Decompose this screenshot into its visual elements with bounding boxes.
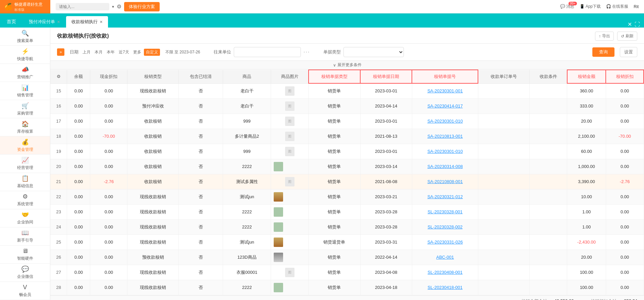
gear-icon[interactable]: ⚙ — [117, 3, 121, 10]
sidebar-label-10: 企业协同 — [17, 219, 33, 225]
sidebar-label-1: 快捷导航 — [17, 56, 33, 62]
date-this-month[interactable]: 本月 — [93, 49, 104, 56]
settings-button[interactable]: 设置 — [620, 47, 637, 57]
table-row: 210.00-2.76收款核销否测试多属性图销货单2021-08-08SA-20… — [50, 174, 644, 189]
cell-cancel_no[interactable]: SA-20230321-012 — [412, 189, 478, 204]
source-input[interactable] — [234, 47, 301, 57]
sidebar-item-14[interactable]: V畅会员 — [0, 282, 50, 300]
sidebar-item-5[interactable]: 🏠库存核算 — [0, 118, 50, 136]
cell-cancel_no[interactable]: SA-20230301-010 — [412, 114, 478, 129]
date-more[interactable]: 更多 — [132, 49, 143, 56]
refresh-button[interactable]: ↺ 刷新 — [617, 32, 637, 41]
filter-toggle-button[interactable]: » — [57, 48, 64, 56]
table-row: 200.000.00收款核销否2222销货单2023-03-14SA-20230… — [50, 159, 644, 174]
cell-cancel_type: 销货单 — [309, 83, 360, 98]
tab-close-icon[interactable]: ✕ — [628, 21, 632, 28]
table-row: 160.000.00预付冲应收否老白干图销货单2023-04-14SA-2023… — [50, 98, 644, 114]
cell-cancel_no[interactable]: ABC-001 — [412, 250, 478, 265]
online-service-link[interactable]: 🎧 在线客服 — [606, 4, 628, 9]
date-last-month[interactable]: 上月 — [81, 49, 92, 56]
cell-cancel_date: 2023-04-14 — [360, 98, 412, 114]
sidebar-label-8: 基础信息 — [17, 183, 33, 189]
cell-cancel_no[interactable]: SA-20230301-010 — [412, 144, 478, 159]
cell-cancel_no[interactable]: SA-20230331-026 — [412, 234, 478, 250]
cell-type: 现线收款核销 — [127, 83, 179, 98]
cell-goods: 123D商品 — [223, 250, 271, 265]
dropdown-icon[interactable]: ▾ — [112, 4, 114, 9]
expand-bar: ∨ 展开更多条件 — [50, 61, 644, 70]
sidebar-item-7[interactable]: 📈经营管理 — [0, 155, 50, 173]
sidebar-item-9[interactable]: ⚙系统管理 — [0, 191, 50, 209]
cell-settings: 25 — [50, 234, 67, 250]
cell-goods_img — [271, 159, 309, 174]
cell-cancel_type: 销货单 — [309, 204, 360, 219]
cell-cancel_amount: 2,100.00 — [567, 129, 606, 144]
date-custom[interactable]: 自定义 — [144, 49, 160, 56]
cell-cancel_amount: 60.00 — [567, 144, 606, 159]
data-table: ⚙余额现金折扣核销类型包含已结清商品商品图片核销单据类型核销单据日期核销单据号收… — [50, 70, 644, 295]
tab-home[interactable]: 首页 — [0, 16, 23, 28]
cell-included: 否 — [179, 159, 223, 174]
tab-receipt[interactable]: 收款核销执行 ✕ — [66, 16, 108, 28]
cell-cancel_no[interactable]: SA-20210808-001 — [412, 174, 478, 189]
message-badge[interactable]: 💬 消息 99+ — [560, 4, 574, 9]
cell-cash_discount: 0.00 — [90, 265, 127, 280]
cell-settings: 18 — [50, 129, 67, 144]
cell-cancel_no[interactable]: SA-20230414-017 — [412, 98, 478, 114]
sidebar-item-3[interactable]: 📊销售管理 — [0, 82, 50, 100]
cell-balance: 0.00 — [67, 189, 90, 204]
cell-receipt_no — [478, 144, 530, 159]
sidebar-item-11[interactable]: 📖新手引导 — [0, 227, 50, 246]
expand-conditions-button[interactable]: ∨ 展开更多条件 — [333, 62, 362, 68]
cell-cash_discount: 0.00 — [90, 204, 127, 219]
cell-goods_img: 图 — [271, 265, 309, 280]
date-this-year[interactable]: 本年 — [105, 49, 116, 56]
sidebar-item-13[interactable]: 💬企业微信 — [0, 264, 50, 282]
sidebar-icon-12: 🖥 — [22, 248, 28, 255]
sidebar-item-1[interactable]: ⚡快捷导航 — [0, 46, 50, 64]
cell-cancel_no[interactable]: SA-20230301-001 — [412, 83, 478, 98]
sidebar-item-6[interactable]: 💰资金管理 — [0, 136, 50, 155]
cell-cancel_no[interactable]: SA-20230314-008 — [412, 159, 478, 174]
app-download-link[interactable]: 📱 App下载 — [580, 4, 601, 9]
top-search-input[interactable] — [56, 3, 109, 10]
table-container[interactable]: ⚙余额现金折扣核销类型包含已结清商品商品图片核销单据类型核销单据日期核销单据号收… — [50, 70, 644, 300]
cell-cancel_no[interactable]: SL-20230328-001 — [412, 204, 478, 219]
cell-cancel_no[interactable]: SL-20230418-001 — [412, 280, 478, 295]
tab-close-receipt[interactable]: ✕ — [100, 20, 103, 24]
cell-cancel_discount: 0.00 — [606, 265, 644, 280]
tab-prepay[interactable]: 预付冲应付单 ✕ — [23, 16, 65, 28]
sidebar-item-8[interactable]: 📋基础信息 — [0, 173, 50, 191]
date-7days[interactable]: 近7天 — [117, 49, 130, 56]
sidebar-label-2: 营销推广 — [17, 74, 33, 80]
user-name[interactable]: Rit — [634, 4, 639, 9]
cell-receipt_cond — [530, 280, 567, 295]
tab-expand-icon[interactable]: ⛶ — [635, 22, 640, 28]
cell-cancel_no[interactable]: SA-20210813-001 — [412, 129, 478, 144]
sidebar-icon-10: 🤝 — [21, 211, 29, 218]
cell-included: 否 — [179, 98, 223, 114]
sidebar-item-2[interactable]: 📣营销推广 — [0, 64, 50, 82]
solution-button[interactable]: 体验行业方案 — [124, 2, 160, 11]
doc-type-select[interactable] — [343, 47, 404, 57]
cell-balance: 0.00 — [67, 129, 90, 144]
sidebar-item-12[interactable]: 🖥智能硬件 — [0, 246, 50, 264]
query-button[interactable]: 查询 — [592, 47, 614, 57]
cell-included: 否 — [179, 189, 223, 204]
cell-cancel_no[interactable]: SL-20230408-001 — [412, 265, 478, 280]
sidebar-item-0[interactable]: 🔍搜索菜单 — [0, 28, 50, 46]
sidebar-item-4[interactable]: 🛒采购管理 — [0, 100, 50, 118]
cell-type: 预付冲应收 — [127, 98, 179, 114]
sidebar-item-10[interactable]: 🤝企业协同 — [0, 209, 50, 227]
logo: 🍊 畅捷通谱好生意 标准版 — [0, 0, 50, 13]
tab-close-prepay[interactable]: ✕ — [57, 20, 60, 24]
cell-settings: 16 — [50, 98, 67, 114]
export-button[interactable]: ↑ 导出 — [595, 32, 614, 41]
sidebar-icon-14: V — [23, 284, 27, 291]
sidebar-icon-5: 🏠 — [21, 120, 29, 128]
cell-cancel_date: 2023-04-18 — [360, 280, 412, 295]
cell-type: 现线收款核销 — [127, 189, 179, 204]
cell-cancel_no[interactable]: SL-20230328-002 — [412, 219, 478, 234]
source-dots[interactable]: ··· — [304, 49, 310, 55]
cell-settings: 23 — [50, 204, 67, 219]
